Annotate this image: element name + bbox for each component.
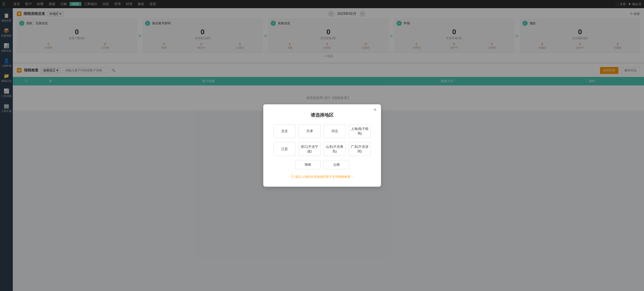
region-btn-tianjin[interactable]: 天津 <box>299 124 321 138</box>
region-btn-yunnan[interactable]: 云南 <box>324 160 349 169</box>
region-grid-row2: 江苏 浙江(不含宁波) 山东(不含青岛) 广东(不含深圳) <box>274 142 371 156</box>
region-grid-row1: 北京 天津 河北 上海(电子税局) <box>274 124 371 138</box>
region-warning: ⓘ 除以上地区外其他地区暂不支持报税检查！ <box>274 174 371 179</box>
modal-overlay[interactable]: ✕ 请选择地区 北京 天津 河北 上海(电子税局) 江苏 浙江(不含宁波) 山东… <box>0 0 644 291</box>
region-btn-hebei[interactable]: 河北 <box>324 124 346 138</box>
region-select-modal: ✕ 请选择地区 北京 天津 河北 上海(电子税局) 江苏 浙江(不含宁波) 山东… <box>263 104 381 187</box>
region-btn-hainan[interactable]: 海南 <box>295 160 321 169</box>
region-btn-shandong[interactable]: 山东(不含青岛) <box>324 142 346 156</box>
modal-close-button[interactable]: ✕ <box>373 107 377 112</box>
warning-icon: ⓘ <box>291 174 294 179</box>
region-btn-beijing[interactable]: 北京 <box>274 124 296 138</box>
region-btn-jiangsu[interactable]: 江苏 <box>274 142 296 156</box>
region-btn-zhejiang[interactable]: 浙江(不含宁波) <box>299 142 321 156</box>
region-btn-shanghai[interactable]: 上海(电子税局) <box>349 124 371 138</box>
modal-title: 请选择地区 <box>274 112 371 118</box>
warning-text: 除以上地区外其他地区暂不支持报税检查！ <box>295 175 354 179</box>
region-btn-guangdong[interactable]: 广东(不含深圳) <box>349 142 371 156</box>
region-grid-row3: 海南 云南 <box>274 160 371 169</box>
